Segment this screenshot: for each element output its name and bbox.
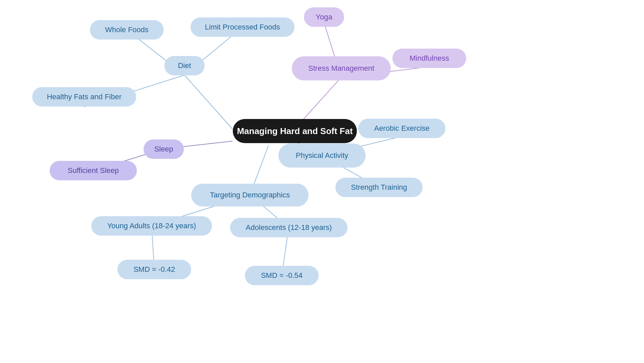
adolescents-node: Adolescents (12-18 years): [230, 218, 347, 237]
center-node: Managing Hard and Soft Fat: [233, 119, 357, 143]
limit-processed-foods-node: Limit Processed Foods: [191, 17, 294, 37]
yoga-node: Yoga: [304, 7, 344, 27]
young-adults-node: Young Adults (18-24 years): [91, 216, 212, 236]
targeting-demographics-node: Targeting Demographics: [191, 184, 309, 206]
svg-line-0: [184, 75, 232, 129]
whole-foods-node: Whole Foods: [90, 20, 164, 40]
mindfulness-node: Mindfulness: [392, 49, 466, 68]
sufficient-sleep-node: Sufficient Sleep: [50, 161, 137, 180]
stress-management-node: Stress Management: [292, 56, 391, 80]
sleep-node: Sleep: [144, 139, 184, 159]
healthy-fats-node: Healthy Fats and Fiber: [32, 87, 136, 107]
smd2-node: SMD = -0.54: [245, 266, 319, 285]
smd1-node: SMD = -0.42: [117, 260, 191, 279]
strength-training-node: Strength Training: [335, 178, 423, 197]
physical-activity-node: Physical Activity: [278, 143, 366, 168]
diet-node: Diet: [164, 56, 205, 75]
aerobic-exercise-node: Aerobic Exercise: [358, 119, 445, 138]
